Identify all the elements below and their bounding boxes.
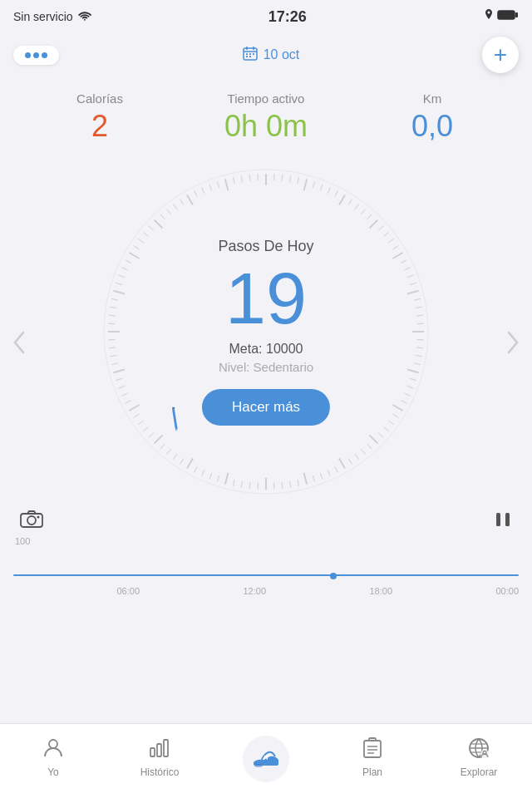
chart-y-label: 100 [15, 536, 30, 546]
time-label: Tiempo activo [183, 91, 349, 106]
dot-3 [42, 52, 47, 58]
header: 10 oct + [0, 30, 532, 83]
nav-item-historico[interactable]: Histórico [106, 736, 213, 778]
location-icon [484, 9, 494, 24]
steps-value: 19 [202, 262, 330, 335]
nav-label-historico: Histórico [140, 766, 180, 778]
svg-rect-4 [246, 47, 248, 50]
svg-rect-10 [249, 56, 251, 57]
svg-rect-137 [505, 513, 510, 526]
dial: /* ticks rendered below via JS */ Pasos … [91, 157, 441, 506]
time-4: 18:00 [369, 586, 392, 596]
km-value: 0,0 [349, 109, 515, 144]
dot-1 [25, 52, 31, 58]
km-label: Km [349, 91, 515, 106]
calories-value: 2 [17, 109, 183, 144]
svg-rect-7 [249, 53, 251, 55]
chart-dot [330, 573, 337, 579]
pause-icon[interactable] [494, 510, 512, 533]
shoe-background [243, 736, 289, 782]
controls-row [0, 506, 532, 533]
dot-2 [33, 52, 39, 58]
chat-bubble[interactable] [13, 46, 59, 65]
time-value: 0h 0m [183, 109, 349, 144]
shoe-icon [250, 746, 282, 772]
steps-label: Pasos De Hoy [202, 238, 330, 255]
nav-item-explorar[interactable]: Explorar [426, 736, 532, 778]
hacer-mas-button[interactable]: Hacer más [202, 389, 330, 426]
svg-point-0 [84, 19, 86, 21]
chart-times: 06:00 12:00 18:00 00:00 [13, 586, 519, 596]
chart-line [13, 574, 519, 576]
time-2: 06:00 [116, 586, 140, 596]
nav-item-shoe[interactable] [213, 736, 319, 779]
svg-point-135 [37, 516, 40, 519]
wifi-icon [78, 10, 91, 23]
time-3: 12:00 [243, 586, 266, 596]
chat-dots [25, 52, 47, 58]
person-icon [42, 736, 65, 763]
dial-center: Pasos De Hoy 19 Meta: 10000 Nivel: Seden… [202, 238, 330, 426]
left-arrow[interactable] [12, 329, 27, 361]
steps-level: Nivel: Sedentario [202, 360, 330, 374]
calendar-icon [242, 45, 259, 65]
date-text: 10 oct [264, 47, 300, 62]
steps-meta: Meta: 10000 [202, 342, 330, 357]
status-bar: Sin servicio 17:26 [0, 0, 532, 30]
svg-rect-2 [515, 12, 518, 17]
svg-rect-8 [253, 53, 254, 55]
calories-stat: Calorías 2 [17, 91, 183, 144]
svg-rect-140 [157, 744, 161, 756]
bar-chart-icon [148, 736, 171, 763]
svg-rect-141 [164, 740, 168, 756]
add-button[interactable]: + [482, 37, 519, 73]
km-stat: Km 0,0 [349, 91, 515, 144]
right-arrow[interactable] [505, 329, 520, 361]
stats-row: Calorías 2 Tiempo activo 0h 0m Km 0,0 [0, 83, 532, 157]
status-time: 17:26 [268, 8, 307, 26]
time-5: 00:00 [495, 586, 519, 596]
nav-label-explorar: Explorar [461, 766, 498, 778]
svg-point-138 [49, 740, 57, 748]
nav-item-yo[interactable]: Yo [0, 736, 106, 778]
carrier-text: Sin servicio [13, 10, 73, 23]
globe-icon [467, 736, 490, 763]
svg-rect-5 [253, 47, 254, 50]
svg-point-134 [27, 516, 36, 525]
svg-rect-9 [246, 56, 248, 57]
svg-rect-6 [246, 53, 248, 55]
date-display[interactable]: 10 oct [242, 45, 300, 65]
nav-label-plan: Plan [362, 766, 382, 778]
bottom-nav: Yo Histórico [0, 723, 532, 798]
carrier-wifi: Sin servicio [13, 10, 91, 23]
chart-area: 100 06:00 12:00 18:00 00:00 [0, 533, 532, 599]
nav-label-yo: Yo [47, 766, 59, 778]
battery-icon [497, 9, 519, 24]
nav-item-plan[interactable]: Plan [319, 736, 426, 778]
time-stat: Tiempo activo 0h 0m [183, 91, 349, 144]
calories-label: Calorías [17, 91, 183, 106]
svg-point-142 [254, 764, 263, 767]
svg-rect-139 [150, 748, 155, 756]
status-right-icons [484, 9, 519, 24]
svg-rect-136 [496, 513, 500, 526]
svg-rect-1 [498, 11, 515, 19]
camera-icon[interactable] [20, 510, 43, 533]
dial-section: /* ticks rendered below via JS */ Pasos … [0, 157, 532, 533]
clipboard-icon [362, 736, 383, 763]
plus-icon: + [494, 42, 507, 68]
svg-rect-143 [364, 741, 381, 757]
